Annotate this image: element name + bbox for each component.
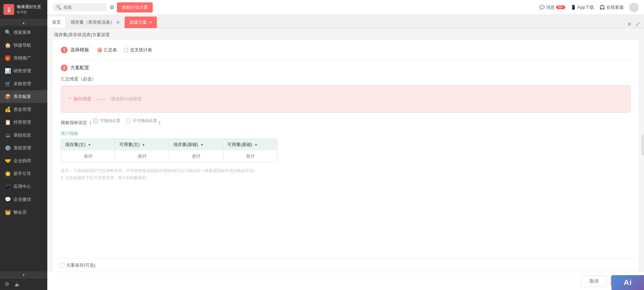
legend-draggable: 可拖动位置 xyxy=(93,118,120,124)
system-icon: ⚙️ xyxy=(5,145,11,151)
save-checkbox[interactable] xyxy=(59,263,64,268)
sidebar-item-quick-nav[interactable]: 🏠 快捷导航 xyxy=(0,39,47,52)
sidebar-item-label: 系统管理 xyxy=(14,145,31,151)
online-service-btn[interactable]: 🎧 在线客服 xyxy=(599,4,624,10)
tip-1-text: 2. 点击标题栏下拉可设置排序、插入列和删除列 xyxy=(61,175,146,180)
sidebar-nav: 🔍 搜索菜单 🏠 快捷导航 🎁 营销推广 📊 销售管理 🛒 采购管理 📦 库存核… xyxy=(0,26,47,271)
dimension-placeholder: * 纵向维度 —— 请选择分组维度 xyxy=(69,96,142,102)
sidebar-item-base-info[interactable]: 🗂 基础信息 xyxy=(0,129,47,142)
sidebar-item-inventory[interactable]: 📦 库存核算 xyxy=(0,90,47,103)
bottom-action-bar: 取消 查询 xyxy=(47,272,644,290)
tab-new-scheme-label: 新建方案 xyxy=(129,19,147,25)
settings-footer-icon[interactable]: ⚙ xyxy=(5,281,9,287)
sidebar-item-sales[interactable]: 📊 销售管理 xyxy=(0,65,47,77)
sidebar-item-label: 畅会员 xyxy=(14,209,27,215)
sidebar-item-system[interactable]: ⚙️ 系统管理 xyxy=(0,142,47,154)
sidebar-item-operations[interactable]: 📋 经营管理 xyxy=(0,116,47,129)
tab-home-label: 首页 xyxy=(52,19,61,25)
stats-col-3-name: 可用量(基辅) xyxy=(227,142,252,148)
sidebar-scroll-up[interactable]: ▲ xyxy=(0,19,47,26)
sidebar-item-app-center[interactable]: 📱 应用中心 xyxy=(0,180,47,193)
gear-icon[interactable]: ⚙ xyxy=(109,4,114,10)
tab-home[interactable]: 首页 xyxy=(47,17,66,28)
tab-inventory-label: 现存量（库存状况表） xyxy=(71,19,115,25)
stats-body-col-2: 合计 xyxy=(169,150,223,162)
marketing-icon: 🎁 xyxy=(5,55,11,61)
sidebar-item-label: 基础信息 xyxy=(14,132,31,138)
user-avatar[interactable] xyxy=(629,3,639,12)
indicator-label-suffix: ） xyxy=(158,120,163,126)
sidebar-item-vip[interactable]: 👑 畅会员 xyxy=(0,206,47,219)
radio-cross[interactable]: 交叉统计表 xyxy=(124,47,152,53)
sidebar-item-enterprise[interactable]: 🤝 企业协同 xyxy=(0,154,47,167)
enterprise-wechat-icon: 💬 xyxy=(5,196,11,202)
form-panel: 1 选择模板 汇总表 交叉统计表 xyxy=(53,40,639,259)
main-area: 🔍 ⚙ 体验行业方案 💬 消息 99+ 📱 App下载 🎧 在线客服 xyxy=(47,0,644,290)
tips-area: 提示： 1.拖动标题栏可以调整布局，不可跨维度或指标区域拖动栏目(只能在同一维度… xyxy=(61,168,630,181)
step2-num: 2 xyxy=(61,65,68,71)
step1-divider xyxy=(61,59,630,60)
sidebar-item-enterprise-wechat[interactable]: 💬 企业微信 xyxy=(0,193,47,206)
dimension-arrow: —— xyxy=(97,97,105,102)
sidebar-logo: 🐰 畅康通好生意 标准版 xyxy=(0,0,47,19)
stats-table-header: 现存量(主) ▼ 可用量(主) ▼ 现存量(基辅) ▼ 可用量(基辅) xyxy=(61,139,277,150)
inventory-icon: 📦 xyxy=(5,94,11,100)
stats-body-1-label: 合计 xyxy=(138,153,147,159)
right-sidebar-handle[interactable] xyxy=(641,135,644,155)
tip-0-text: 1.拖动标题栏可以调整布局，不可跨维度或指标区域拖动栏目(只能在同一维度或指标区… xyxy=(74,168,254,173)
tab-inventory-close[interactable]: ✕ xyxy=(117,20,120,25)
trial-button[interactable]: 体验行业方案 xyxy=(117,2,153,13)
dimension-config-label: 汇总维度（必选） xyxy=(61,76,630,82)
search-menu-icon: 🔍 xyxy=(5,29,11,35)
sidebar-item-label: 新手引导 xyxy=(14,171,31,177)
stats-col-3-chevron[interactable]: ▼ xyxy=(254,143,258,147)
stats-col-2-chevron[interactable]: ▼ xyxy=(200,143,204,147)
stats-body-col-3: 合计 xyxy=(223,150,277,162)
sidebar-scroll-down[interactable]: ▼ xyxy=(0,271,47,278)
tab-new-scheme-close[interactable]: ✕ xyxy=(149,20,152,25)
dimension-label: 纵向维度 xyxy=(74,96,91,102)
expand-panel-button[interactable]: ⤢ xyxy=(634,20,641,28)
message-label: 消息 xyxy=(546,4,555,10)
sidebar-item-label: 企业协同 xyxy=(14,158,31,164)
search-bar[interactable]: 🔍 xyxy=(53,3,107,11)
service-icon: 🎧 xyxy=(599,5,605,10)
non-draggable-label: 不可拖动位置 xyxy=(133,118,157,124)
sidebar-item-finance[interactable]: 💰 资金管理 xyxy=(0,103,47,116)
sidebar-item-search-menu[interactable]: 🔍 搜索菜单 xyxy=(0,26,47,39)
sidebar-item-new-guide[interactable]: 🌟 新手引导 xyxy=(0,167,47,180)
step2-title: 方案配置 xyxy=(70,65,89,71)
stats-body-2-label: 合计 xyxy=(192,153,201,159)
close-panel-button[interactable]: ✕ xyxy=(626,20,633,28)
radio-cross-circle xyxy=(124,48,128,52)
sidebar-item-label: 营销推广 xyxy=(14,55,31,61)
tab-bar: 首页 现存量（库存状况表） ✕ 新建方案 ✕ ✕ ⤢ xyxy=(47,15,644,28)
cancel-button[interactable]: 取消 xyxy=(581,275,607,287)
sidebar-item-marketing[interactable]: 🎁 营销推广 xyxy=(0,52,47,65)
tab-new-scheme[interactable]: 新建方案 ✕ xyxy=(125,17,157,28)
stats-body-col-1: 合计 xyxy=(115,150,169,162)
tab-inventory-status[interactable]: 现存量（库存状况表） ✕ xyxy=(66,17,125,28)
finance-icon: 💰 xyxy=(5,106,11,113)
message-btn[interactable]: 💬 消息 99+ xyxy=(539,4,565,10)
sound-footer-icon[interactable]: 🔈 xyxy=(15,281,21,287)
radio-summary[interactable]: 汇总表 xyxy=(97,47,117,53)
sidebar-item-purchase[interactable]: 🛒 采购管理 xyxy=(0,77,47,90)
content-area: 现存量(库存状况表)方案设置 1 选择模板 汇总表 交叉统计表 xyxy=(47,28,644,272)
ai-badge[interactable]: Ai xyxy=(612,275,644,290)
stats-body-col-0: 合计 xyxy=(61,150,115,162)
stats-col-1-chevron[interactable]: ▼ xyxy=(142,143,145,147)
base-info-icon: 🗂 xyxy=(5,132,11,138)
message-badge: 99+ xyxy=(556,5,565,9)
stats-body-3-label: 合计 xyxy=(246,153,255,159)
stats-table-body: 合计 合计 合计 合计 xyxy=(61,150,277,162)
online-service-label: 在线客服 xyxy=(606,4,624,10)
tip-1: 2. 点击标题栏下拉可设置排序、插入列和删除列 xyxy=(61,175,630,181)
dimension-select-area[interactable]: * 纵向维度 —— 请选择分组维度 xyxy=(61,86,630,113)
search-input[interactable] xyxy=(64,5,103,10)
draggable-label: 可拖动位置 xyxy=(100,118,120,124)
purchase-icon: 🛒 xyxy=(5,81,11,87)
stats-col-0-chevron[interactable]: ▼ xyxy=(88,143,91,147)
sidebar-item-label: 库存核算 xyxy=(14,94,31,100)
app-download-btn[interactable]: 📱 App下载 xyxy=(571,4,594,10)
